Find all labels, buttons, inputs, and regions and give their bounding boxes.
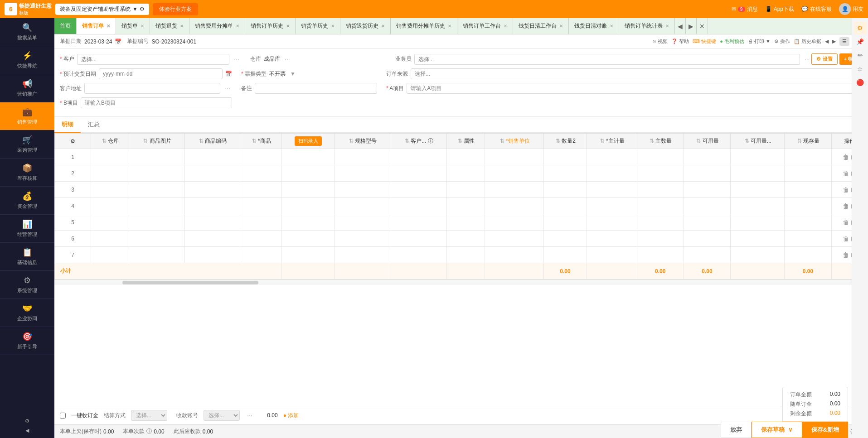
tab-next-btn[interactable]: ▶ [686, 18, 697, 34]
tab-sales-return[interactable]: 销货退货 ✕ [150, 18, 189, 34]
row-qty2[interactable] [544, 149, 587, 165]
row-delete-btn[interactable]: 🗑 [843, 235, 849, 242]
sidebar-item-basic[interactable]: 📋 基础信息 [0, 243, 54, 271]
tab-order-workbench[interactable]: 销售订单工作台 ✕ [457, 18, 513, 34]
tab-sales-stats[interactable]: 销售订单统计表 ✕ [619, 18, 675, 34]
remark-input[interactable] [255, 83, 377, 94]
row-available[interactable] [684, 149, 730, 165]
tab-close-icon[interactable]: ✕ [331, 24, 335, 29]
tab-summary[interactable]: 汇总 [81, 117, 107, 133]
user-btn[interactable]: 👤 用友 [839, 3, 863, 15]
row-delete-btn[interactable]: 🗑 [843, 170, 849, 177]
salesperson-dots-btn[interactable]: ··· [803, 56, 812, 63]
tab-sales-fee[interactable]: 销售费用分摊单 ✕ [189, 18, 245, 34]
code-value[interactable]: SO-20230324-001 [151, 39, 196, 45]
tab-close-icon[interactable]: ✕ [107, 24, 110, 29]
system-selector[interactable]: 装备及固定资产辅助管理系统 ▼ ⚙ [55, 4, 149, 15]
tab-sales-order[interactable]: 销售订单 ✕ [77, 18, 116, 34]
account-select[interactable]: 选择... [204, 410, 240, 421]
row-stock[interactable] [785, 149, 831, 165]
tab-home[interactable]: 首页 [54, 18, 77, 34]
print-btn[interactable]: 🖨 打印 ▼ [748, 38, 771, 45]
app-download-btn[interactable]: 📱 App下载 [765, 5, 794, 13]
ops-btn[interactable]: ⚙ 操作 [774, 38, 790, 45]
tab-close-icon[interactable]: ✕ [559, 24, 563, 29]
b-project-input[interactable] [81, 97, 232, 108]
row-customer-code[interactable] [390, 149, 447, 165]
warehouse-value[interactable]: 成品库 [264, 55, 280, 63]
one-click-checkbox[interactable] [60, 413, 66, 419]
tab-prev-btn[interactable]: ◀ [675, 18, 686, 34]
row-delete-btn[interactable]: 🗑 [843, 202, 849, 210]
row-delete-btn[interactable]: 🗑 [843, 154, 849, 161]
tab-detail[interactable]: 明细 [54, 117, 81, 133]
save-draft-btn[interactable]: 保存草稿 ∨ [752, 422, 802, 438]
sidebar-item-quicknav[interactable]: ⚡ 快捷导航 [0, 46, 54, 74]
shortcut-btn[interactable]: ⌨ 快捷键 [693, 38, 716, 45]
tab-sales-order-history[interactable]: 销售订单历史 ✕ [245, 18, 296, 34]
invoice-dropdown-icon[interactable]: ▼ [290, 71, 296, 77]
tab-close-icon[interactable]: ✕ [448, 24, 451, 29]
list-view-btn[interactable]: ☰ [839, 37, 849, 46]
horizontal-scrollbar[interactable] [54, 279, 868, 285]
help-btn[interactable]: ❓ 帮助 [671, 38, 689, 45]
tab-close-icon[interactable]: ✕ [381, 24, 385, 29]
delivery-calendar-icon[interactable]: 📅 [225, 71, 232, 77]
row-warehouse[interactable] [91, 149, 129, 165]
tab-close-icon[interactable]: ✕ [610, 24, 613, 29]
tab-goods-history[interactable]: 销货单历史 ✕ [296, 18, 340, 34]
sidebar-collapse-btn[interactable]: ◀ [25, 428, 29, 433]
save-new-btn[interactable]: 保存&新增 [802, 422, 848, 438]
customer-dots-btn[interactable]: ··· [232, 56, 241, 63]
right-panel-btn-settings[interactable]: ⚙ [854, 22, 867, 34]
online-service-btn[interactable]: 💬 在线客服 [801, 5, 832, 13]
th-scan[interactable]: 扫码录入 [281, 134, 335, 149]
right-panel-btn-alert[interactable]: 🔴 [854, 76, 867, 89]
tab-cash-reconcile[interactable]: 钱货日清对账 ✕ [569, 18, 619, 34]
sidebar-item-enterprise[interactable]: 🤝 企业协同 [0, 299, 54, 327]
calendar-icon[interactable]: 📅 [115, 39, 121, 45]
scan-btn[interactable]: 扫码录入 [295, 136, 322, 146]
right-panel-btn-pin[interactable]: 📌 [854, 35, 867, 48]
tab-sales-goods[interactable]: 销货单 ✕ [116, 18, 150, 34]
settings-side-btn[interactable]: ⚙ 设置 [811, 53, 837, 65]
right-panel-btn-star[interactable]: ☆ [854, 63, 867, 75]
messages-btn[interactable]: ✉ 9 消息 [732, 5, 758, 13]
row-attribute[interactable] [447, 149, 485, 165]
sidebar-settings-btn[interactable]: ⚙ [25, 418, 29, 424]
discard-btn[interactable]: 放弃 [721, 422, 752, 438]
scrollbar-thumb[interactable] [122, 281, 258, 284]
profit-btn[interactable]: ● 毛利预估 [720, 38, 744, 45]
sidebar-item-search[interactable]: 🔍 搜索菜单 [0, 18, 54, 46]
customer-input[interactable] [77, 54, 229, 65]
sidebar-item-system[interactable]: ⚙ 系统管理 [0, 271, 54, 299]
payment-select[interactable]: 选择... [131, 410, 167, 421]
date-value[interactable]: 2023-03-24 [84, 39, 112, 45]
right-panel-btn-edit[interactable]: ✏ [854, 49, 867, 62]
row-spec[interactable] [335, 149, 390, 165]
order-source-input[interactable] [411, 68, 863, 79]
sidebar-item-marketing[interactable]: 📢 营销推广 [0, 74, 54, 102]
tab-close-icon[interactable]: ✕ [141, 24, 144, 29]
tab-return-history[interactable]: 销货退货历史 ✕ [340, 18, 391, 34]
tab-close-icon[interactable]: ✕ [236, 24, 239, 29]
sidebar-item-guide[interactable]: 🎯 新手引导 [0, 327, 54, 355]
row-image[interactable] [129, 149, 185, 165]
tab-close-icon[interactable]: ✕ [665, 24, 669, 29]
industry-btn[interactable]: 体验行业方案 [153, 3, 198, 15]
row-delete-btn[interactable]: 🗑 [843, 251, 849, 259]
tab-close-icon[interactable]: ✕ [286, 24, 290, 29]
sidebar-item-inventory[interactable]: 📦 库存核算 [0, 159, 54, 187]
sidebar-item-management[interactable]: 📊 经营管理 [0, 215, 54, 243]
row-code[interactable] [184, 149, 240, 165]
sidebar-item-finance[interactable]: 💰 资金管理 [0, 187, 54, 215]
sidebar-item-purchase[interactable]: 🛒 采购管理 [0, 130, 54, 159]
address-dots-btn[interactable]: ··· [223, 85, 232, 92]
row-main-qty[interactable] [637, 149, 684, 165]
row-delete-btn[interactable]: 🗑 [843, 219, 849, 226]
row-unit[interactable] [485, 149, 544, 165]
tab-close-icon[interactable]: ✕ [180, 24, 184, 29]
sidebar-item-sales[interactable]: 💼 销售管理 [0, 102, 54, 130]
th-settings[interactable]: ⚙ [55, 134, 91, 149]
invoice-type-value[interactable]: 不开票 [269, 70, 286, 78]
